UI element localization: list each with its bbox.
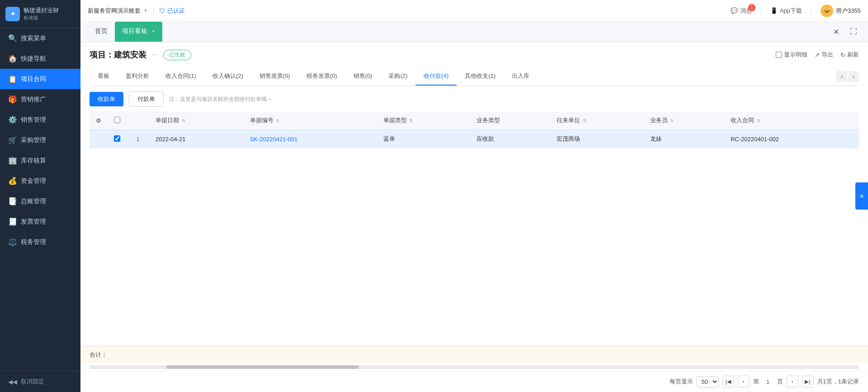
sub-tab-tax-invoice[interactable]: 税务发票(0) xyxy=(298,67,345,86)
maximize-window-button[interactable]: ⛶ xyxy=(846,26,861,38)
row-number-link[interactable]: SK-20220421-001 xyxy=(250,136,298,143)
sub-tab-label: 收入合同(1) xyxy=(165,72,196,79)
right-panel-toggle-button[interactable]: ≡ xyxy=(855,182,868,210)
per-page-select[interactable]: 50 xyxy=(697,376,719,387)
sub-tab-label: 盈利分析 xyxy=(126,72,149,79)
sort-icon: ⇅ xyxy=(276,118,279,123)
sales-icon: ⚙️ xyxy=(8,115,16,124)
prev-page-button[interactable]: ‹ xyxy=(738,376,750,387)
table-header-date[interactable]: 单据日期 ⇅ xyxy=(149,111,244,130)
sidebar-item-label: 总账管理 xyxy=(21,197,46,206)
sidebar: ✦ 畅捷通好业财 标准版 🔍 搜索菜单 🏠 快捷导航 📋 项目合同 🎁 营销推广… xyxy=(0,0,80,392)
sidebar-item-label: 采购管理 xyxy=(21,136,46,144)
sidebar-item-sales[interactable]: ⚙️ 销售管理 xyxy=(0,110,80,130)
sidebar-item-invoice[interactable]: 🧾 发票管理 xyxy=(0,211,80,232)
panel-icon: ≡ xyxy=(860,192,863,200)
sub-tab-label: 其他收支(1) xyxy=(465,72,495,79)
tab-project-board[interactable]: 项目看板 × xyxy=(115,22,162,42)
sidebar-item-marketing[interactable]: 🎁 营销推广 xyxy=(0,89,80,110)
user-menu[interactable]: 🐱 用户3355 xyxy=(821,5,861,17)
message-button[interactable]: 💬 消息 1 xyxy=(731,7,752,15)
total-info: 共1页，1条记录 xyxy=(817,378,859,386)
row-income-contract: RC-20220401-002 xyxy=(724,130,859,148)
project-menu-button[interactable]: ··· xyxy=(152,51,158,59)
table-header-income-contract[interactable]: 收入合同 ⇅ xyxy=(724,111,859,130)
tab-home-label: 首页 xyxy=(95,27,108,34)
tab-close-icon[interactable]: × xyxy=(152,28,155,34)
sub-tab-other-income[interactable]: 其他收支(1) xyxy=(457,67,504,86)
project-title: 项目：建筑安装 xyxy=(90,49,146,60)
sub-tab-sales-invoice[interactable]: 销售发票(0) xyxy=(251,67,298,86)
divider xyxy=(153,6,154,15)
sub-tab-income-contract[interactable]: 收入合同(1) xyxy=(157,67,204,86)
first-page-button[interactable]: |◀ xyxy=(722,376,734,387)
sub-tabs-nav: ‹ › xyxy=(836,71,859,82)
show-detail-checkbox[interactable]: 显示明细 xyxy=(776,51,807,59)
app-name: 畅捷通好业财 xyxy=(24,6,59,14)
pin-icon: ◀◀ xyxy=(8,378,17,385)
close-window-button[interactable]: ✕ xyxy=(830,26,843,38)
export-button[interactable]: ↗ 导出 xyxy=(815,51,833,59)
sidebar-item-purchase[interactable]: 🛒 采购管理 xyxy=(0,130,80,150)
last-page-button[interactable]: ▶| xyxy=(802,376,814,387)
table-header-checkbox[interactable] xyxy=(108,111,127,130)
sidebar-item-tax[interactable]: ⚖️ 税务管理 xyxy=(0,232,80,252)
sub-tabs-prev-button[interactable]: ‹ xyxy=(836,71,847,82)
sub-tab-sales[interactable]: 销售(0) xyxy=(345,67,381,86)
sub-tab-purchase[interactable]: 采购(2) xyxy=(380,67,415,86)
main-area: 新服务官网演示账套 ▼ 🛡 已认证 💬 消息 1 📱 App下载 🐱 用户335… xyxy=(80,0,868,392)
main-tabs: 首页 项目看板 × ✕ ⛶ xyxy=(80,22,868,42)
sub-tab-label: 销售(0) xyxy=(354,72,373,79)
sidebar-logo: ✦ 畅捷通好业财 标准版 xyxy=(0,0,80,28)
tab-home[interactable]: 首页 xyxy=(88,22,115,42)
table-header-salesman[interactable]: 业务员 ⇅ xyxy=(644,111,724,130)
sidebar-item-inventory[interactable]: 🏢 库存核算 xyxy=(0,150,80,171)
row-biz-type: 应收款 xyxy=(470,130,550,148)
sidebar-item-label: 资金管理 xyxy=(21,177,46,185)
scrollbar-thumb[interactable] xyxy=(166,365,359,369)
receipt-tab-button[interactable]: 收款单 xyxy=(90,92,123,106)
sub-tab-kanban[interactable]: 看板 xyxy=(90,67,118,86)
table-header-index xyxy=(127,111,149,130)
table-header-type[interactable]: 单据类型 ⇅ xyxy=(377,111,471,130)
sidebar-item-contract[interactable]: 📋 项目合同 xyxy=(0,69,80,89)
sub-tab-income-confirm[interactable]: 收入确认(2) xyxy=(204,67,251,86)
table-header-partner[interactable]: 往来单位 ⇅ xyxy=(550,111,644,130)
payment-tab-button[interactable]: 付款单 xyxy=(129,91,164,107)
sub-tabs-next-button[interactable]: › xyxy=(848,71,859,82)
refresh-button[interactable]: ↻ 刷新 xyxy=(840,51,859,59)
certified-badge: 🛡 已认证 xyxy=(159,7,185,15)
sub-tab-receipt[interactable]: 收付款(4) xyxy=(415,67,457,86)
sidebar-item-ledger[interactable]: 📑 总账管理 xyxy=(0,191,80,211)
horizontal-scrollbar[interactable] xyxy=(90,365,859,369)
sub-tab-profit[interactable]: 盈利分析 xyxy=(118,67,157,86)
sidebar-item-finance[interactable]: 💰 资金管理 xyxy=(0,171,80,191)
row-select-checkbox[interactable] xyxy=(114,135,120,142)
content-area: 首页 项目看板 × ✕ ⛶ 项目：建筑安装 ··· 已生效 xyxy=(80,22,868,392)
select-all-checkbox[interactable] xyxy=(114,117,120,123)
sub-tab-label: 收入确认(2) xyxy=(212,72,243,79)
sub-tab-stock[interactable]: 出入库 xyxy=(504,67,538,86)
invoice-icon: 🧾 xyxy=(8,217,16,226)
row-number[interactable]: SK-20220421-001 xyxy=(244,130,377,148)
account-selector[interactable]: 新服务官网演示账套 ▼ xyxy=(88,7,148,15)
app-download-button[interactable]: 📱 App下载 xyxy=(770,7,802,15)
table-header-number[interactable]: 单据编号 ⇅ xyxy=(244,111,377,130)
cancel-fixed-button[interactable]: ◀◀ 取消固定 xyxy=(0,371,80,392)
sidebar-item-quicknav[interactable]: 🏠 快捷导航 xyxy=(0,48,80,69)
export-label: 导出 xyxy=(821,51,833,59)
shield-icon: 🛡 xyxy=(159,7,165,14)
refresh-label: 刷新 xyxy=(847,51,859,59)
table-header-gear[interactable]: ⚙ xyxy=(90,111,108,130)
row-index: 1 xyxy=(127,130,149,148)
sidebar-item-label: 营销推广 xyxy=(21,96,46,104)
sort-icon: ⇅ xyxy=(182,118,185,123)
table-row[interactable]: 1 2022-04-21 SK-20220421-001 蓝单 应收款 宏茂商场… xyxy=(90,130,859,148)
sidebar-item-label: 税务管理 xyxy=(21,238,46,246)
row-checkbox-cell[interactable] xyxy=(108,130,127,148)
sidebar-item-search[interactable]: 🔍 搜索菜单 xyxy=(0,28,80,48)
next-page-button[interactable]: › xyxy=(787,376,798,387)
show-detail-input[interactable] xyxy=(776,52,782,58)
app-edition: 标准版 xyxy=(24,14,59,21)
gear-icon[interactable]: ⚙ xyxy=(96,117,101,124)
